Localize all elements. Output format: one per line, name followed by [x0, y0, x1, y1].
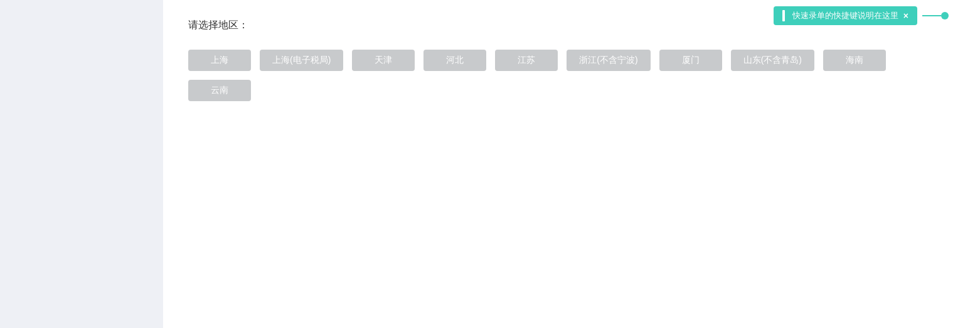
tooltip-label: 快速录单的快捷键说明在这里 — [792, 10, 898, 21]
region-buttons-container: 上海上海(电子税局)天津河北江苏浙江(不含宁波)厦门山东(不含青岛)海南云南 — [188, 50, 955, 101]
tooltip-close-button[interactable]: × — [903, 11, 908, 21]
tooltip-connector-line — [922, 15, 941, 16]
region-btn-shanghai[interactable]: 上海 — [188, 50, 251, 71]
tooltip-dot — [941, 12, 949, 19]
region-btn-hainan[interactable]: 海南 — [823, 50, 886, 71]
region-btn-yunnan[interactable]: 云南 — [188, 80, 251, 101]
region-btn-shandong[interactable]: 山东(不含青岛) — [731, 50, 814, 71]
region-btn-tianjin[interactable]: 天津 — [352, 50, 415, 71]
region-btn-jiangsu[interactable]: 江苏 — [495, 50, 558, 71]
main-content: 请选择地区： 上海上海(电子税局)天津河北江苏浙江(不含宁波)厦门山东(不含青岛… — [163, 0, 980, 328]
tooltip-bar-icon — [782, 10, 785, 21]
region-btn-shanghai-etax[interactable]: 上海(电子税局) — [260, 50, 343, 71]
region-btn-hebei[interactable]: 河北 — [423, 50, 486, 71]
tooltip-container: 快速录单的快捷键说明在这里 × — [774, 6, 949, 25]
tooltip-badge[interactable]: 快速录单的快捷键说明在这里 × — [774, 6, 917, 25]
sidebar — [0, 0, 163, 328]
region-btn-xiamen[interactable]: 厦门 — [659, 50, 722, 71]
region-btn-zhejiang[interactable]: 浙江(不含宁波) — [567, 50, 650, 71]
